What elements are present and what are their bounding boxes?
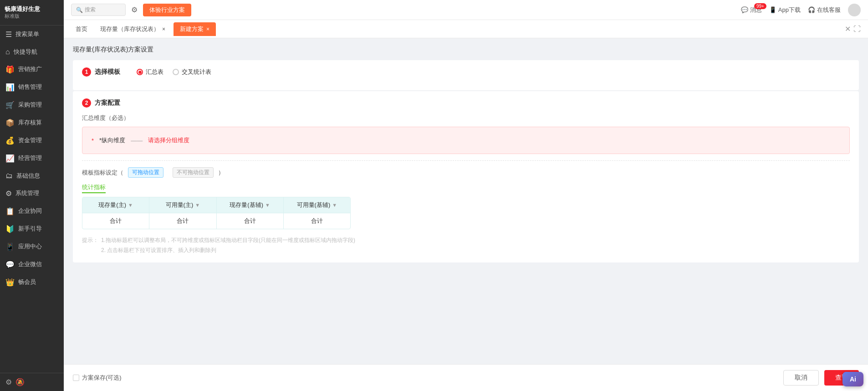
topbar-gear-icon[interactable]: ⚙ <box>131 5 138 14</box>
sidebar-icon-basic: 🗂 <box>5 172 13 180</box>
user-avatar[interactable] <box>848 4 861 16</box>
step1-card: 1 选择模板 汇总表 交叉统计表 <box>73 60 859 90</box>
sidebar-item-quick-nav[interactable]: ⌂快捷导航 <box>0 43 64 61</box>
indicator-settings-row: 模板指标设定（ 可拖动位置 不可拖动位置 ） <box>82 167 850 178</box>
vertical-dim-label: *纵向维度 <box>99 136 125 144</box>
tab-inventory-status[interactable]: 现存量（库存状况表） × <box>94 22 172 36</box>
summary-dimension-label: 汇总维度（必选） <box>82 114 850 122</box>
tip-item-1: 提示： 1.拖动标题栏可以调整布局，不可跨维度或指标区域拖动栏目字段(只能在同一… <box>82 236 850 246</box>
app-name: 畅康通好生意 <box>5 5 59 13</box>
messages-badge: 99+ <box>754 3 766 9</box>
search-placeholder: 搜索 <box>85 6 96 14</box>
app-download-label: App下载 <box>778 6 801 14</box>
sidebar-label-member: 畅会员 <box>18 278 36 286</box>
sidebar-label-inventory: 库存核算 <box>18 118 42 127</box>
sidebar-item-purchase[interactable]: 🛒采购管理 <box>0 96 64 114</box>
sidebar-icon-marketing: 🎁 <box>5 65 15 74</box>
indicator-settings-suffix: ） <box>218 169 224 177</box>
new-plan-tab-close[interactable]: × <box>206 26 209 32</box>
inventory-tab-close[interactable]: × <box>162 26 165 32</box>
topbar-right: 💬 消息 99+ 📱 App下载 🎧 在线客服 <box>741 4 861 16</box>
expand-panel-icon[interactable]: ⛶ <box>853 25 861 33</box>
sidebar-logo: 畅康通好生意 标准版 <box>0 0 64 26</box>
stats-col-2[interactable]: 现存量(基辅)▼ <box>217 197 284 213</box>
save-checkbox[interactable] <box>73 375 79 381</box>
divider-1 <box>82 160 850 161</box>
save-option-label: 方案保存(可选) <box>82 374 122 382</box>
sidebar-item-search-menu[interactable]: ☰搜索菜单 <box>0 26 64 43</box>
online-service-link[interactable]: 🎧 在线客服 <box>808 6 841 14</box>
sidebar-item-sales[interactable]: 📊销售管理 <box>0 78 64 96</box>
step1-header: 1 选择模板 汇总表 交叉统计表 <box>82 67 850 77</box>
sidebar-item-basic[interactable]: 🗂基础信息 <box>0 167 64 185</box>
tabbar: 首页 现存量（库存状况表） × 新建方案 × ✕ ⛶ <box>64 20 868 38</box>
mute-icon[interactable]: 🔕 <box>15 378 25 386</box>
sidebar-label-finance: 资金管理 <box>18 136 42 144</box>
sidebar-icon-purchase: 🛒 <box>5 101 15 109</box>
col-chevron-0: ▼ <box>128 202 133 208</box>
panel-controls: ✕ ⛶ <box>845 25 861 33</box>
stats-label: 统计指标 <box>82 183 106 193</box>
required-mark: * <box>92 137 94 144</box>
sidebar-item-operation[interactable]: 📈经营管理 <box>0 149 64 167</box>
settings-icon[interactable]: ⚙ <box>5 378 12 386</box>
indicator-settings-label: 模板指标设定（ <box>82 169 123 177</box>
stats-col-3[interactable]: 可用量(基辅)▼ <box>284 197 350 213</box>
sidebar-label-purchase: 采购管理 <box>18 101 42 109</box>
app-download-link[interactable]: 📱 App下载 <box>769 6 801 14</box>
sidebar-item-weixin[interactable]: 💬企业微信 <box>0 256 64 273</box>
col-label-3: 可用量(基辅) <box>297 201 331 209</box>
sidebar-item-appcenter[interactable]: 📱应用中心 <box>0 238 64 256</box>
trial-button[interactable]: 体验行业方案 <box>143 4 191 16</box>
stats-col-1[interactable]: 可用量(主)▼ <box>149 197 216 213</box>
main-area: 🔍 搜索 ⚙ 体验行业方案 💬 消息 99+ 📱 App下载 🎧 在线客服 首页 <box>64 0 868 391</box>
dimension-select-area[interactable]: * *纵向维度 —— 请选择分组维度 <box>82 127 850 154</box>
save-option[interactable]: 方案保存(可选) <box>73 374 122 382</box>
col-chevron-3: ▼ <box>332 202 337 208</box>
sidebar-label-marketing: 营销推广 <box>18 65 42 73</box>
stats-cell-0-0: 合计 <box>82 213 149 229</box>
no-drag-tag: 不可拖动位置 <box>173 167 214 178</box>
service-icon: 🎧 <box>808 6 815 13</box>
sidebar-item-marketing[interactable]: 🎁营销推广 <box>0 61 64 78</box>
topbar: 🔍 搜索 ⚙ 体验行业方案 💬 消息 99+ 📱 App下载 🎧 在线客服 <box>64 0 868 20</box>
stats-cell-0-1: 合计 <box>149 213 216 229</box>
stats-cell-0-3: 合计 <box>284 213 350 229</box>
stats-table-row-0: 合计合计合计合计 <box>82 213 350 229</box>
sidebar-item-inventory[interactable]: 📦库存核算 <box>0 114 64 132</box>
tab-new-plan[interactable]: 新建方案 × <box>174 22 216 36</box>
search-icon: 🔍 <box>76 7 83 13</box>
close-panel-icon[interactable]: ✕ <box>845 25 851 33</box>
sidebar-item-system[interactable]: ⚙系统管理 <box>0 185 64 202</box>
stats-col-0[interactable]: 现存量(主)▼ <box>82 197 149 213</box>
sidebar-icon-appcenter: 📱 <box>5 242 15 251</box>
bottom-bar: 方案保存(可选) 取消 查询 <box>64 364 868 391</box>
sidebar-item-finance[interactable]: 💰资金管理 <box>0 132 64 149</box>
sidebar-item-member[interactable]: 👑畅会员 <box>0 273 64 291</box>
content-area: 现存量(库存状况表)方案设置 1 选择模板 汇总表 交叉统计表 <box>64 38 868 364</box>
option-cross-label: 交叉统计表 <box>182 68 211 76</box>
search-box[interactable]: 🔍 搜索 <box>71 4 126 16</box>
vertical-dim-dash: —— <box>131 137 143 144</box>
sidebar-label-appcenter: 应用中心 <box>18 242 42 251</box>
sidebar-label-guide: 新手引导 <box>18 225 42 233</box>
sidebar-label-operation: 经营管理 <box>18 154 42 162</box>
step1-label: 选择模板 <box>95 68 120 76</box>
messages-button[interactable]: 💬 消息 99+ <box>741 6 762 14</box>
sidebar-footer: ⚙ 🔕 <box>0 373 64 391</box>
col-chevron-1: ▼ <box>195 202 200 208</box>
new-plan-tab-label: 新建方案 <box>180 25 204 33</box>
message-icon: 💬 <box>741 6 748 13</box>
online-service-label: 在线客服 <box>817 6 841 14</box>
option-summary[interactable]: 汇总表 <box>137 68 163 76</box>
sidebar-label-sales: 销售管理 <box>18 83 42 91</box>
sidebar-item-guide[interactable]: 🔰新手引导 <box>0 220 64 238</box>
option-cross[interactable]: 交叉统计表 <box>173 68 211 76</box>
sidebar: 畅康通好生意 标准版 ☰搜索菜单⌂快捷导航🎁营销推广📊销售管理🛒采购管理📦库存核… <box>0 0 64 391</box>
sidebar-icon-search-menu: ☰ <box>5 30 12 39</box>
tab-home[interactable]: 首页 <box>71 22 92 36</box>
cancel-button[interactable]: 取消 <box>783 370 819 386</box>
tip-item-2: 提示： 2. 点击标题栏下拉可设置排序、插入列和删除列 <box>82 246 850 256</box>
ai-button[interactable]: Ai <box>842 372 863 386</box>
sidebar-item-contract[interactable]: 📋企业协同 <box>0 202 64 220</box>
